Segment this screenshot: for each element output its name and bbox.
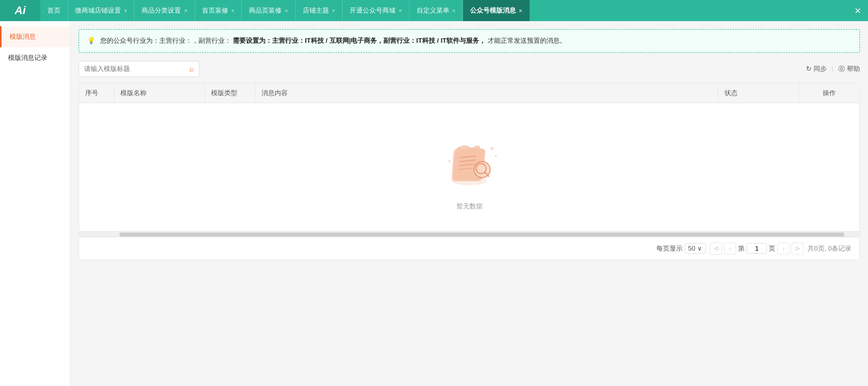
tab-close-open-mall[interactable]: × (398, 8, 402, 14)
data-table: 序号 模版名称 模版类型 消息内容 状态 操作 (79, 83, 860, 260)
app-logo: Ai (0, 0, 40, 21)
help-label: 帮助 (847, 64, 860, 73)
tab-shop-settings[interactable]: 微商城店铺设置× (68, 0, 135, 21)
tab-close-shop-settings[interactable]: × (124, 8, 127, 14)
nav-tabs: 首页微商城店铺设置×商品分类设置×首页装修×商品页装修×店铺主题×开通公众号商城… (40, 0, 847, 21)
page-size-value: 50 (688, 245, 695, 252)
table-header: 序号 模版名称 模版类型 消息内容 状态 操作 (79, 84, 859, 103)
current-page-input[interactable] (747, 243, 767, 254)
tab-open-mall[interactable]: 开通公众号商城× (343, 0, 409, 21)
sidebar-item-template-msg-log[interactable]: 模版消息记录 (0, 47, 70, 68)
tab-close-custom-menu[interactable]: × (452, 8, 455, 14)
notice-icon: 💡 (87, 37, 95, 44)
prev-page-button[interactable]: ‹ (724, 243, 736, 255)
tab-close-category-settings[interactable]: × (184, 8, 187, 14)
sync-button[interactable]: ↻ 同步 (806, 64, 827, 73)
search-input[interactable] (84, 65, 189, 72)
close-icon: ✕ (854, 6, 861, 16)
th-type: 模版类型 (205, 84, 255, 103)
content-area: 💡 您的公众号行业为：主营行业：，副营行业： 需要设置为：主营行业：IT科技 /… (71, 21, 868, 386)
page-navigation: ⊲ ‹ 第 页 › ⊳ (710, 243, 804, 255)
empty-text: 暂无数据 (456, 202, 483, 211)
tab-home-decor[interactable]: 首页装修× (195, 0, 242, 21)
tab-category-settings[interactable]: 商品分类设置× (135, 0, 194, 21)
page-prefix-label: 第 (738, 244, 745, 253)
last-page-button[interactable]: ⊳ (791, 243, 804, 255)
dropdown-arrow-icon: ∨ (697, 245, 702, 252)
toolbar-divider: | (832, 65, 833, 72)
search-icon[interactable]: ⌕ (189, 64, 194, 73)
horizontal-scrollbar[interactable] (79, 231, 859, 237)
notice-prefix: 您的公众号行业为：主营行业：，副营行业： (100, 37, 231, 44)
svg-point-9 (495, 155, 497, 157)
first-page-button[interactable]: ⊲ (710, 243, 722, 255)
sidebar: 模版消息模版消息记录 (0, 21, 71, 386)
search-box: ⌕ (79, 61, 199, 77)
notice-highlight: 需要设置为：主营行业：IT科技 / 互联网|电子商务，副营行业：IT科技 / I… (233, 37, 486, 44)
total-info: 共0页, 0条记录 (808, 244, 851, 253)
page-suffix-label: 页 (769, 244, 775, 253)
tab-home[interactable]: 首页 (40, 0, 68, 21)
pagination: 每页显示 50 ∨ ⊲ ‹ 第 页 › ⊳ 共0页, 0条记录 (79, 237, 859, 260)
notice-box: 💡 您的公众号行业为：主营行业：，副营行业： 需要设置为：主营行业：IT科技 /… (79, 29, 860, 53)
empty-illustration (439, 133, 500, 194)
tab-close-home-decor[interactable]: × (231, 8, 234, 14)
help-icon: ⓪ (838, 64, 845, 73)
empty-state: 暂无数据 (79, 103, 859, 231)
tab-custom-menu[interactable]: 自定义菜单× (410, 0, 463, 21)
page-size-selector: 每页显示 50 ∨ (656, 243, 706, 254)
th-name: 模版名称 (114, 84, 205, 103)
top-nav-bar: Ai 首页微商城店铺设置×商品分类设置×首页装修×商品页装修×店铺主题×开通公众… (0, 0, 868, 21)
next-page-button[interactable]: › (777, 243, 789, 255)
tab-template-msg[interactable]: 公众号模版消息× (463, 0, 529, 21)
logo-text: Ai (15, 4, 26, 17)
tab-shop-theme[interactable]: 店铺主题× (296, 0, 343, 21)
sync-label: 同步 (814, 64, 827, 73)
page-size-label: 每页显示 (656, 244, 683, 253)
toolbar-right: ↻ 同步 | ⓪ 帮助 (806, 64, 860, 73)
svg-point-10 (448, 160, 450, 162)
sidebar-item-template-msg[interactable]: 模版消息 (0, 26, 70, 47)
scrollbar-track (119, 233, 844, 237)
sync-icon: ↻ (806, 65, 812, 72)
tab-close-shop-theme[interactable]: × (332, 8, 335, 14)
help-button[interactable]: ⓪ 帮助 (838, 64, 860, 73)
toolbar: ⌕ ↻ 同步 | ⓪ 帮助 (79, 61, 860, 77)
global-close-button[interactable]: ✕ (847, 0, 868, 21)
th-action: 操作 (799, 84, 859, 103)
th-seq: 序号 (79, 84, 114, 103)
tab-close-product-decor[interactable]: × (285, 8, 288, 14)
page-size-dropdown[interactable]: 50 ∨ (685, 243, 706, 254)
th-status: 状态 (718, 84, 799, 103)
tab-close-template-msg[interactable]: × (519, 8, 522, 14)
notice-suffix: 才能正常发送预置的消息。 (488, 37, 566, 44)
svg-point-8 (491, 147, 494, 150)
th-content: 消息内容 (255, 84, 718, 103)
tab-product-decor[interactable]: 商品页装修× (242, 0, 295, 21)
main-layout: 模版消息模版消息记录 💡 您的公众号行业为：主营行业：，副营行业： 需要设置为：… (0, 21, 868, 386)
